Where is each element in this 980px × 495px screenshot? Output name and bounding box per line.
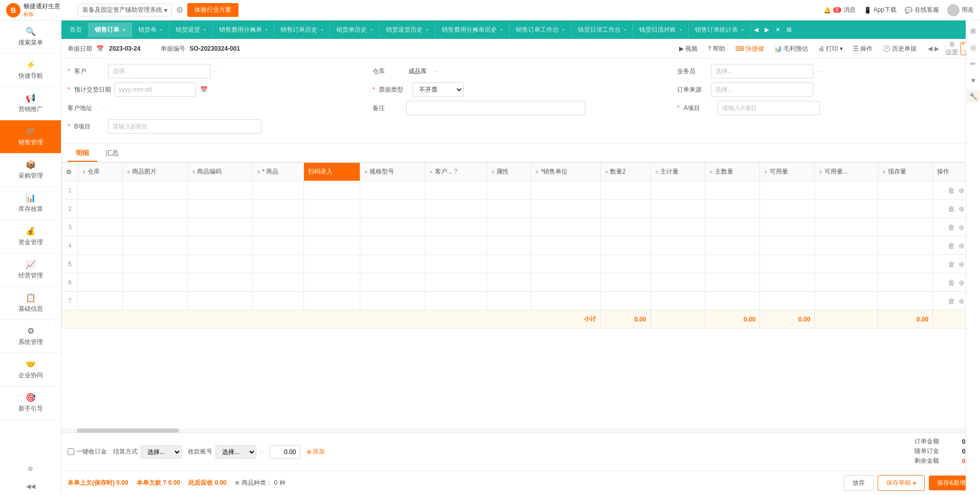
online-service[interactable]: 💬 在线客服: [905, 6, 939, 14]
print-btn[interactable]: 🖨 打印 ▾: [815, 44, 846, 54]
row-delete-btn-6[interactable]: 🗑: [947, 277, 956, 288]
add-deposit-btn[interactable]: ⊕ 添加: [307, 447, 325, 456]
deposit-amount-input[interactable]: [270, 445, 300, 459]
right-panel-icon-1[interactable]: ⊞: [967, 25, 979, 37]
scroll-thumb[interactable]: [77, 428, 179, 433]
discard-btn[interactable]: 放弃: [844, 475, 874, 491]
a-project-input[interactable]: [717, 101, 820, 115]
row-delete-btn-1[interactable]: 🗑: [947, 185, 956, 196]
sidebar-item-collaboration[interactable]: 🤝 企业协同: [0, 353, 61, 386]
customer-more-icon[interactable]: ···: [213, 69, 217, 74]
row-copy-btn-1[interactable]: ⊕: [957, 185, 966, 196]
one-click-deposit-checkbox[interactable]: 一键收订金: [68, 447, 107, 456]
row-copy-btn-3[interactable]: ⊕: [957, 222, 966, 232]
tab-workbench[interactable]: 销售订单工作台 ×: [510, 23, 572, 37]
settings-setup-btn[interactable]: ⚙ 设置: [945, 42, 959, 55]
sidebar-collapse-icon[interactable]: ◀◀: [0, 478, 61, 495]
sub-tab-summary[interactable]: 汇总: [97, 145, 127, 162]
save-draft-btn[interactable]: 保存草稿 ▾: [878, 475, 925, 491]
tab-sales-order[interactable]: 销售订单 ×: [89, 23, 132, 37]
customer-input[interactable]: [108, 64, 210, 78]
tab-home[interactable]: 首页: [63, 23, 89, 37]
tab-close-all-btn[interactable]: ✕: [772, 24, 783, 35]
remarks-input[interactable]: [406, 101, 585, 115]
tab-close-icon-4[interactable]: ×: [265, 27, 268, 33]
sidebar-item-system[interactable]: ⚙ 系统管理: [0, 320, 61, 353]
account-select[interactable]: 选择...: [215, 445, 256, 459]
sidebar-item-basic-info[interactable]: 📋 基础信息: [0, 287, 61, 320]
right-panel-icon-5[interactable]: 🔧: [967, 90, 979, 102]
tab-sales-expense[interactable]: 销售费用分摊单 ×: [213, 23, 275, 37]
tab-close-icon-7[interactable]: ×: [426, 27, 429, 33]
row-delete-btn-3[interactable]: 🗑: [947, 222, 956, 232]
row-copy-btn-6[interactable]: ⊕: [957, 277, 966, 288]
tab-sales-invoice[interactable]: 销货单 ×: [132, 23, 169, 37]
tab-sales-order-history[interactable]: 销售订单历史 ×: [274, 23, 330, 37]
sidebar-item-inventory[interactable]: 📊 库存核算: [0, 187, 61, 220]
tab-close-icon-5[interactable]: ×: [320, 27, 323, 33]
col-scan-input[interactable]: 扫码录入: [304, 163, 360, 181]
settlement-select[interactable]: 选择...: [141, 445, 182, 459]
tab-expense-history[interactable]: 销售费用分摊单历史 ×: [435, 23, 510, 37]
tab-cashflow-reconcile[interactable]: 钱货日清对账 ×: [633, 23, 689, 37]
sidebar-item-purchase[interactable]: 📦 采购管理: [0, 154, 61, 187]
industry-btn[interactable]: 体验行业方案: [187, 3, 238, 17]
row-copy-btn-2[interactable]: ⊕: [957, 204, 966, 214]
tab-close-icon[interactable]: ×: [122, 27, 125, 33]
order-source-input[interactable]: [711, 82, 813, 97]
salesperson-input[interactable]: [711, 64, 813, 78]
warehouse-more-icon[interactable]: ···: [434, 69, 438, 74]
calendar2-icon[interactable]: 📅: [200, 86, 208, 93]
sidebar-item-operations[interactable]: 📈 经营管理: [0, 253, 61, 287]
history-order-btn[interactable]: 🕐 历史单据: [880, 44, 920, 54]
row-copy-btn-5[interactable]: ⊕: [957, 259, 966, 269]
view-video-btn[interactable]: ▶ 视频: [676, 44, 701, 54]
tab-invoice-history[interactable]: 销货单历史 ×: [330, 23, 380, 37]
right-panel-icon-2[interactable]: ◎: [967, 41, 979, 53]
system-name-dropdown[interactable]: 装备及固定资产辅助管理系统 ▾: [78, 4, 172, 16]
tab-close-icon-10[interactable]: ×: [624, 27, 627, 33]
col-settings[interactable]: ⚙: [62, 163, 78, 181]
sidebar-item-guide[interactable]: 🎯 新手引导: [0, 386, 61, 420]
tab-close-icon-9[interactable]: ×: [562, 27, 565, 33]
calendar-icon[interactable]: 📅: [96, 45, 104, 52]
tab-prev-btn[interactable]: ◀: [751, 24, 761, 35]
tab-menu-btn[interactable]: ⊞: [783, 24, 795, 35]
tab-cashflow-workbench[interactable]: 钱货日清工作台 ×: [572, 23, 634, 37]
print-dropdown-icon[interactable]: ▾: [840, 45, 843, 52]
address-more-icon[interactable]: ···: [101, 105, 105, 111]
deposit-checkbox-input[interactable]: [68, 448, 74, 455]
right-panel-icon-3[interactable]: ✏: [967, 57, 979, 70]
sub-tab-detail[interactable]: 明细: [68, 145, 97, 162]
tab-sales-return[interactable]: 销货退货 ×: [169, 23, 213, 37]
sidebar-item-navigation[interactable]: ⚡ 快捷导航: [0, 54, 61, 87]
shortcut-keys-btn[interactable]: ⌨ 快捷键: [732, 44, 767, 54]
operations-btn[interactable]: ☰ 操作: [850, 44, 876, 54]
row-copy-btn-7[interactable]: ⊕: [957, 296, 966, 306]
horizontal-scrollbar[interactable]: [61, 428, 980, 433]
app-download[interactable]: 📱 App下载: [864, 6, 897, 14]
sidebar-item-sales[interactable]: 🛒 销售管理: [0, 120, 61, 154]
tab-close-icon-8[interactable]: ×: [500, 27, 503, 33]
tab-close-icon-11[interactable]: ×: [679, 27, 682, 33]
tab-next-btn[interactable]: ▶: [761, 24, 772, 35]
prev-record-icon[interactable]: ◀: [928, 45, 932, 52]
invoice-type-select[interactable]: 不开票: [412, 82, 464, 97]
account-more-icon[interactable]: ···: [259, 449, 264, 455]
sidebar-item-finance[interactable]: 💰 资金管理: [0, 220, 61, 253]
tab-close-icon-12[interactable]: ×: [741, 27, 744, 33]
settings-gear-icon[interactable]: ⚙: [176, 5, 183, 15]
profit-preview-btn[interactable]: 📊 毛利预估: [771, 44, 811, 54]
row-delete-btn-4[interactable]: 🗑: [947, 241, 956, 251]
row-delete-btn-2[interactable]: 🗑: [947, 204, 956, 214]
row-copy-btn-4[interactable]: ⊕: [957, 241, 966, 251]
sidebar-item-search[interactable]: 🔍 搜索菜单: [0, 20, 61, 54]
tab-sales-stats[interactable]: 销售订单统计表 ×: [689, 23, 751, 37]
delivery-date-input[interactable]: [114, 82, 196, 97]
tab-return-history[interactable]: 销货退货历史 ×: [380, 23, 435, 37]
tab-close-icon-3[interactable]: ×: [203, 27, 206, 33]
row-delete-btn-7[interactable]: 🗑: [947, 296, 956, 306]
save-draft-dropdown-icon[interactable]: ▾: [913, 480, 916, 487]
tab-close-icon-2[interactable]: ×: [160, 27, 163, 33]
notification-bell[interactable]: 🔔 9 消息: [823, 6, 856, 14]
